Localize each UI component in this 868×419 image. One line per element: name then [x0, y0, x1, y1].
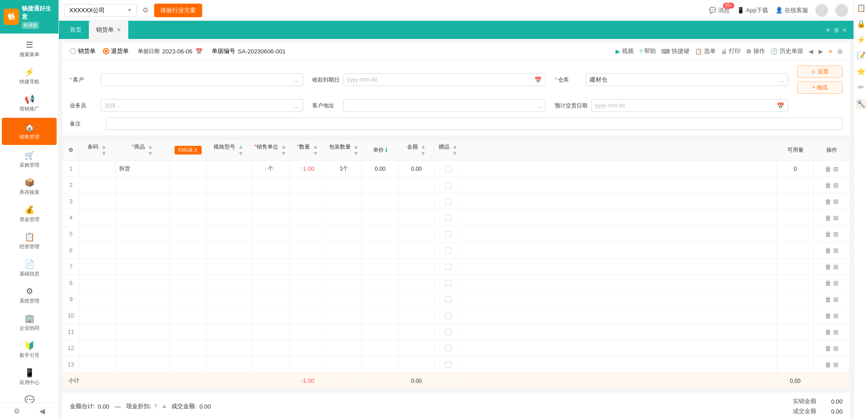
cell-barcode[interactable]	[79, 161, 116, 177]
cell-barcode[interactable]	[79, 308, 116, 324]
due-date-input[interactable]: yyyy-mm-dd 📅	[343, 73, 546, 86]
right-panel-icon-1[interactable]: 📋	[857, 4, 866, 12]
view-icon-list[interactable]: ≡	[829, 48, 832, 55]
scan-input-button[interactable]: 扫码录入	[175, 146, 202, 154]
settings-button[interactable]: ⊙ 设置	[797, 66, 843, 78]
cell-unit[interactable]	[252, 242, 290, 259]
sidebar-item-enterprise[interactable]: 🏢 企业协同	[0, 309, 58, 336]
cell-amount[interactable]	[398, 340, 435, 356]
copy-row-button[interactable]: ⊞	[833, 263, 839, 270]
copy-row-button[interactable]: ⊞	[833, 214, 839, 222]
delete-row-button[interactable]: 🗑	[825, 328, 831, 336]
cell-amount[interactable]	[398, 356, 435, 373]
cell-product[interactable]: 拆货	[116, 161, 170, 177]
expected-date-input[interactable]: yyyy-mm-dd 📅	[591, 99, 788, 112]
cell-pkg-qty[interactable]	[326, 340, 362, 356]
delete-row-button[interactable]: 🗑	[825, 182, 831, 189]
gift-checkbox[interactable]	[445, 280, 451, 286]
copy-row-button[interactable]: ⊞	[833, 165, 839, 173]
sidebar-item-system[interactable]: ⚙ 系统管理	[0, 282, 58, 309]
sidebar-collapse-btn[interactable]: ◀	[39, 407, 45, 415]
price-info-icon[interactable]: ℹ	[385, 146, 388, 153]
cell-price[interactable]	[362, 324, 398, 340]
copy-row-button[interactable]: ⊞	[833, 198, 839, 205]
tab-close-icon[interactable]: ✕	[116, 27, 121, 33]
cell-pkg-qty[interactable]	[326, 226, 362, 242]
cell-amount[interactable]	[398, 275, 435, 291]
cell-unit[interactable]	[252, 210, 290, 226]
cell-unit[interactable]	[252, 291, 290, 308]
right-panel-icon-7[interactable]: 🔧	[856, 99, 867, 109]
cell-pkg-qty[interactable]	[326, 324, 362, 340]
cell-barcode[interactable]	[79, 226, 116, 242]
tab-list-icon[interactable]: ≡	[843, 27, 846, 34]
customer-input[interactable]: ...	[101, 73, 303, 86]
cell-price[interactable]	[362, 340, 398, 356]
warehouse-dots[interactable]: ...	[779, 77, 784, 83]
cell-price[interactable]	[362, 275, 398, 291]
cell-pkg-qty[interactable]	[326, 356, 362, 373]
gift-checkbox[interactable]	[445, 296, 451, 303]
warehouse-input[interactable]: 建材仓 ...	[586, 73, 788, 86]
video-link[interactable]: ▶ 视频	[616, 47, 634, 55]
sidebar-item-operations[interactable]: 📋 经营管理	[0, 227, 58, 255]
cell-gift[interactable]	[435, 193, 462, 210]
copy-row-button[interactable]: ⊞	[833, 279, 839, 287]
cell-barcode[interactable]	[79, 259, 116, 275]
delete-row-button[interactable]: 🗑	[825, 345, 831, 352]
gift-checkbox[interactable]	[445, 247, 451, 254]
copy-row-button[interactable]: ⊞	[833, 328, 839, 336]
cell-gift[interactable]	[435, 259, 462, 275]
delete-row-button[interactable]: 🗑	[825, 296, 831, 303]
nav-right-icon[interactable]: ▶	[819, 48, 823, 55]
notes-input[interactable]	[106, 117, 843, 130]
cell-product[interactable]	[116, 177, 170, 193]
cell-pkg-qty[interactable]	[326, 177, 362, 193]
cell-gift[interactable]	[435, 291, 462, 308]
cell-barcode[interactable]	[79, 340, 116, 356]
cell-pkg-qty[interactable]	[326, 308, 362, 324]
right-panel-icon-2[interactable]: 🔒	[857, 19, 866, 28]
cell-product[interactable]	[116, 193, 170, 210]
right-panel-icon-3[interactable]: ⚡	[857, 35, 866, 44]
gift-checkbox[interactable]	[445, 345, 451, 352]
cell-product[interactable]	[116, 242, 170, 259]
select-link[interactable]: 📋 选单	[695, 47, 716, 55]
cell-unit[interactable]	[252, 259, 290, 275]
radio-return[interactable]: 退货单	[103, 47, 129, 55]
cell-product[interactable]	[116, 324, 170, 340]
cell-pkg-qty[interactable]	[326, 242, 362, 259]
cell-unit[interactable]: 个	[252, 161, 290, 177]
print-link[interactable]: 🖨 打印	[721, 47, 741, 55]
cell-price[interactable]	[362, 242, 398, 259]
cell-qty[interactable]	[290, 210, 326, 226]
cell-price[interactable]	[362, 177, 398, 193]
cell-unit[interactable]	[252, 177, 290, 193]
cell-qty[interactable]	[290, 242, 326, 259]
cell-spec[interactable]	[206, 259, 252, 275]
cell-pkg-qty[interactable]	[326, 193, 362, 210]
right-panel-icon-4[interactable]: 📝	[857, 51, 866, 60]
cell-pkg-qty[interactable]: 1个	[326, 161, 362, 177]
cell-gift[interactable]	[435, 210, 462, 226]
cell-amount[interactable]	[398, 226, 435, 242]
cell-qty[interactable]	[290, 324, 326, 340]
sidebar-item-guide[interactable]: 🔰 新手引导	[0, 336, 58, 363]
trial-button[interactable]: 体验行业方案	[154, 4, 202, 17]
tab-close-all-icon[interactable]: ✕	[825, 27, 830, 34]
sidebar-settings-btn[interactable]: ⚙	[14, 407, 20, 415]
copy-row-button[interactable]: ⊞	[833, 231, 839, 238]
cell-gift[interactable]	[435, 308, 462, 324]
cell-spec[interactable]	[206, 161, 252, 177]
sidebar-item-app-center[interactable]: 📱 应用中心	[0, 363, 58, 390]
cell-product[interactable]	[116, 275, 170, 291]
cell-price[interactable]	[362, 308, 398, 324]
delete-row-button[interactable]: 🗑	[825, 247, 831, 254]
cell-unit[interactable]	[252, 193, 290, 210]
delete-row-button[interactable]: 🗑	[825, 214, 831, 222]
sidebar-item-sales[interactable]: 🏠 销售管理	[2, 118, 57, 145]
cell-unit[interactable]	[252, 275, 290, 291]
cell-gift[interactable]	[435, 242, 462, 259]
shortcuts-link[interactable]: ⌨ 快捷键	[661, 47, 689, 55]
help-link[interactable]: ? 帮助	[639, 47, 656, 55]
